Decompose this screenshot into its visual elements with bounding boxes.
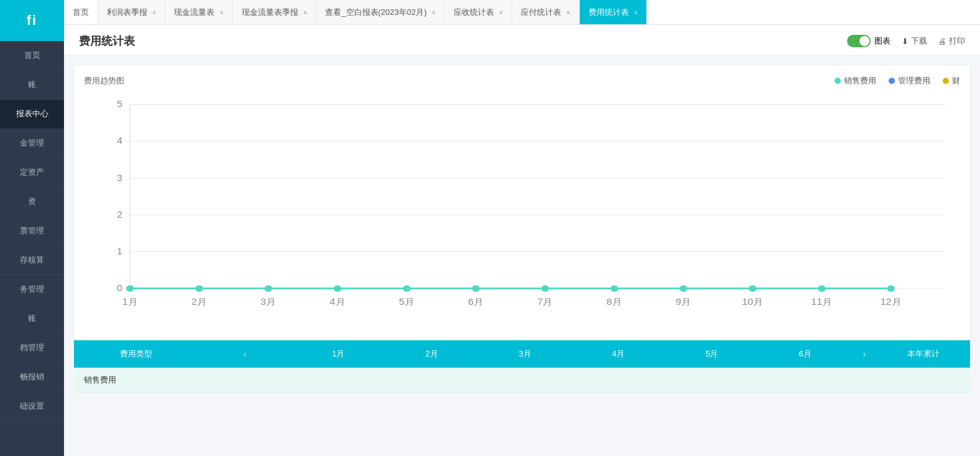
sidebar-item-inventory[interactable]: 存核算 [0, 246, 64, 275]
chart-container: 费用趋势图 销售费用 管理费用 财 [74, 65, 970, 340]
content-area: 费用统计表 图表 ⬇ 下载 🖨 打印 费用趋势图 [64, 25, 980, 456]
tab-receivable-close[interactable]: × [499, 9, 503, 16]
svg-point-33 [680, 285, 687, 292]
td-type: 销售费用 [74, 375, 198, 386]
tab-profit-quarterly[interactable]: 利润表季报 × [98, 0, 165, 24]
svg-point-31 [541, 285, 549, 292]
download-icon: ⬇ [902, 37, 909, 46]
svg-point-27 [265, 285, 272, 292]
page-title: 费用统计表 [79, 34, 135, 49]
print-button[interactable]: 🖨 打印 [938, 35, 965, 47]
legend-sales-label: 销售费用 [844, 75, 876, 86]
svg-point-32 [610, 285, 618, 292]
svg-point-25 [126, 285, 134, 292]
sidebar-item-account[interactable]: 账 [0, 70, 64, 100]
svg-text:4: 4 [117, 136, 122, 146]
svg-text:7月: 7月 [538, 297, 553, 307]
svg-text:1月: 1月 [122, 297, 138, 307]
tab-cashflow[interactable]: 现金流量表 × [165, 0, 232, 24]
header-actions: 图表 ⬇ 下载 🖨 打印 [847, 35, 965, 47]
tab-payable[interactable]: 应付统计表 × [512, 0, 579, 24]
sidebar-item-ledger[interactable]: 账 [0, 304, 64, 333]
tab-payable-close[interactable]: × [566, 9, 570, 16]
download-button[interactable]: ⬇ 下载 [902, 35, 927, 47]
tab-home[interactable]: 首页 [64, 0, 98, 24]
print-label: 打印 [949, 35, 965, 47]
th-month4: 4月 [572, 348, 665, 360]
sidebar-item-reports[interactable]: 报表中心 [0, 100, 64, 129]
expense-table: 费用类型 ‹ 1月 2月 3月 4月 5月 6月 › 本年累计 销售费用 [74, 340, 970, 393]
th-month5: 5月 [665, 348, 758, 360]
main-area: 首页 利润表季报 × 现金流量表 × 现金流量表季报 × 查看_空白报表(202… [64, 0, 980, 456]
sidebar-item-assets[interactable]: 定资产 [0, 158, 64, 187]
th-month6: 6月 [759, 348, 852, 360]
th-next-arrow[interactable]: › [852, 349, 877, 359]
svg-text:3: 3 [117, 173, 122, 183]
legend-finance: 财 [943, 75, 960, 86]
th-type: 费用类型 [74, 348, 198, 360]
legend-sales-dot [835, 78, 841, 84]
svg-point-30 [472, 285, 480, 292]
th-month3: 3月 [479, 348, 572, 360]
table-row: 销售费用 [74, 368, 970, 393]
svg-text:12月: 12月 [881, 297, 902, 307]
sidebar-item-cash[interactable]: 金管理 [0, 129, 64, 158]
svg-point-29 [403, 285, 410, 292]
chart-header: 费用趋势图 销售费用 管理费用 财 [84, 75, 960, 86]
legend-admin-label: 管理费用 [898, 75, 930, 86]
chart-toggle[interactable] [847, 35, 871, 47]
tab-cashflow-quarterly[interactable]: 现金流量表季报 × [233, 0, 316, 24]
svg-text:6月: 6月 [468, 297, 483, 307]
tab-home-label: 首页 [73, 7, 89, 18]
chart-title: 费用趋势图 [84, 75, 124, 86]
legend-admin-dot [889, 78, 895, 84]
svg-point-28 [334, 285, 341, 292]
tab-blank-report-label: 查看_空白报表(2023年02月) [325, 7, 426, 18]
tab-receivable[interactable]: 应收统计表 × [445, 0, 512, 24]
tab-blank-report-close[interactable]: × [432, 9, 436, 16]
sidebar-item-investment[interactable]: 资 [0, 187, 64, 216]
tab-cashflow-quarterly-close[interactable]: × [303, 9, 307, 16]
tab-bar: 首页 利润表季报 × 现金流量表 × 现金流量表季报 × 查看_空白报表(202… [64, 0, 980, 25]
svg-text:10月: 10月 [742, 297, 763, 307]
svg-point-35 [818, 285, 825, 292]
tab-expense-close[interactable]: × [634, 9, 638, 16]
svg-text:0: 0 [117, 283, 122, 293]
sidebar-item-home[interactable]: 首页 [0, 41, 64, 70]
th-prev-arrow[interactable]: ‹ [198, 349, 291, 359]
tab-profit-quarterly-label: 利润表季报 [107, 7, 147, 18]
tab-receivable-label: 应收统计表 [454, 7, 494, 18]
sidebar-logo: fi [0, 0, 64, 41]
th-month2: 2月 [385, 348, 479, 360]
svg-text:3月: 3月 [260, 297, 276, 307]
th-month1: 1月 [291, 348, 385, 360]
sidebar-item-service[interactable]: 务管理 [0, 275, 64, 304]
tab-payable-label: 应付统计表 [521, 7, 561, 18]
tab-profit-quarterly-close[interactable]: × [152, 9, 156, 16]
tab-cashflow-quarterly-label: 现金流量表季报 [242, 7, 298, 18]
svg-text:11月: 11月 [811, 297, 832, 307]
page-header: 费用统计表 图表 ⬇ 下载 🖨 打印 [64, 25, 980, 55]
chart-toggle-wrap: 图表 [847, 35, 891, 47]
svg-text:5月: 5月 [399, 297, 414, 307]
legend-sales: 销售费用 [835, 75, 876, 86]
tab-cashflow-close[interactable]: × [219, 9, 223, 16]
tab-expense[interactable]: 费用统计表 × [580, 0, 647, 24]
legend-admin: 管理费用 [889, 75, 930, 86]
download-label: 下载 [911, 35, 927, 47]
sidebar-item-settings[interactable]: 础设置 [0, 392, 64, 421]
sidebar-item-archive[interactable]: 档管理 [0, 333, 64, 363]
table-header: 费用类型 ‹ 1月 2月 3月 4月 5月 6月 › 本年累计 [74, 340, 970, 368]
legend-finance-dot [943, 78, 949, 84]
svg-point-36 [887, 285, 895, 292]
svg-text:2月: 2月 [191, 297, 207, 307]
svg-point-26 [195, 285, 203, 292]
sidebar-item-expense[interactable]: 畅报销 [0, 363, 64, 392]
svg-text:9月: 9月 [675, 297, 691, 307]
svg-text:4月: 4月 [330, 297, 346, 307]
print-icon: 🖨 [938, 37, 946, 46]
tab-blank-report[interactable]: 查看_空白报表(2023年02月) × [316, 0, 445, 24]
chart-toggle-label: 图表 [874, 35, 891, 47]
sidebar-item-invoice[interactable]: 票管理 [0, 216, 64, 246]
tab-expense-label: 费用统计表 [588, 7, 629, 18]
